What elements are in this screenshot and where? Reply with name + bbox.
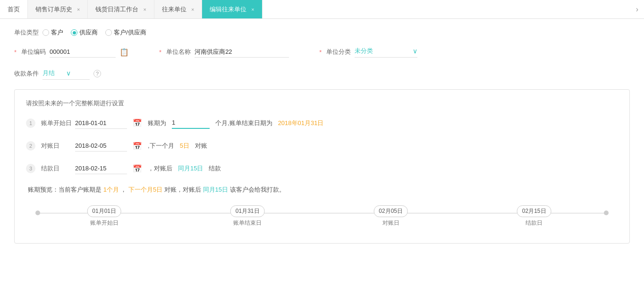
period-suffix: 个月,账单结束日期为 — [215, 119, 272, 127]
milestone-3: 02月05日 对账日 — [373, 205, 408, 227]
payment-terms-group: 收款条件 月结 ∨ ? — [14, 67, 101, 80]
milestone-1: 01月01日 账单开始日 — [87, 205, 121, 227]
timeline-dot-start — [35, 211, 40, 215]
unit-type-label: 单位类型 — [14, 28, 39, 37]
milestone-1-date: 01月01日 — [87, 205, 121, 217]
unit-type-group: 单位类型 客户 供应商 客户/供应商 — [14, 28, 146, 37]
milestone-3-label: 对账日 — [382, 219, 399, 227]
period-prefix: 账期为 — [148, 119, 166, 127]
unit-class-label: 单位分类 — [326, 48, 351, 56]
start-date-calendar-icon[interactable]: 📅 — [133, 118, 142, 127]
timeline-wrapper: 01月01日 账单开始日 01月31日 账单结束日 02月05日 对账日 02月… — [35, 205, 609, 234]
row-num-3: 3 — [26, 164, 35, 173]
unit-class-select[interactable]: 未分类 ∨ — [355, 47, 417, 58]
tab-more-button[interactable]: › — [630, 0, 644, 18]
payment-terms-select[interactable]: 月结 ∨ — [42, 67, 90, 80]
unit-code-input[interactable] — [50, 46, 116, 58]
tab-close-edit-partner[interactable]: × — [251, 7, 254, 12]
preview-period: 1个月 — [103, 186, 119, 193]
tab-bar: 首页 销售订单历史 × 钱货日清工作台 × 往来单位 × 编辑往来单位 × › — [0, 0, 644, 19]
radio-circle-customer — [42, 29, 49, 36]
milestone-2-label: 账单结束日 — [233, 219, 262, 227]
row-num-1: 1 — [26, 118, 35, 128]
unit-name-label: 单位名称 — [166, 48, 191, 56]
milestone-2-date: 01月31日 — [230, 205, 265, 217]
preview-text: 账期预览：当前客户账期是 1个月 ， 下一个月5日 对账，对账后 同月15日 该… — [26, 186, 618, 194]
unit-code-calendar-icon[interactable]: 📋 — [119, 48, 129, 57]
payment-prefix: ，对账后 — [148, 164, 172, 173]
radio-group: 客户 供应商 客户/供应商 — [42, 28, 146, 37]
payment-date-calendar-icon[interactable]: 📅 — [133, 164, 142, 173]
milestone-3-date: 02月05日 — [373, 205, 408, 217]
end-date-highlight: 2018年01月31日 — [278, 119, 324, 127]
settings-title: 请按照未来的一个完整帐期进行设置 — [26, 99, 618, 108]
reconcile-suffix: 对账 — [195, 142, 207, 150]
tab-partner[interactable]: 往来单位 × — [154, 0, 202, 18]
setting-row-3: 3 结款日 📅 ，对账后 同月15日 结款 — [26, 163, 618, 174]
row-label-3: 结款日 — [41, 164, 69, 173]
reconcile-date-calendar-icon[interactable]: 📅 — [133, 142, 142, 151]
unit-class-group: * 单位分类 未分类 ∨ — [319, 47, 417, 58]
reconcile-date-input[interactable] — [75, 140, 127, 152]
payment-terms-label: 收款条件 — [14, 69, 39, 78]
tab-home[interactable]: 首页 — [0, 0, 28, 18]
milestone-2: 01月31日 账单结束日 — [230, 205, 265, 227]
unit-class-value: 未分类 — [355, 47, 373, 55]
row-num-2: 2 — [26, 141, 35, 151]
unit-name-input[interactable] — [195, 46, 289, 58]
milestone-4-label: 结款日 — [525, 219, 542, 227]
row-label-2: 对账日 — [41, 142, 69, 150]
payment-terms-dropdown-icon: ∨ — [66, 69, 71, 77]
tab-close-cash-work[interactable]: × — [143, 7, 146, 12]
required-star-name: * — [159, 49, 161, 56]
radio-customer[interactable]: 客户 — [42, 28, 63, 37]
tab-edit-partner[interactable]: 编辑往来单位 × — [202, 0, 262, 18]
row-label-1: 账单开始日 — [41, 119, 69, 127]
preview-payment-date: 同月15日 — [203, 186, 228, 193]
unit-info-row: * 单位编码 📋 * 单位名称 * 单位分类 未分类 ∨ — [14, 46, 630, 58]
milestone-4: 02月15日 结款日 — [517, 205, 551, 227]
unit-type-row: 单位类型 客户 供应商 客户/供应商 — [14, 28, 630, 37]
radio-both[interactable]: 客户/供应商 — [105, 28, 146, 37]
payment-suffix: 结款 — [209, 164, 221, 173]
tab-close-sales-history[interactable]: × — [77, 7, 80, 12]
required-star-class: * — [319, 49, 322, 56]
required-star-code: * — [14, 49, 17, 56]
timeline-section: 01月01日 账单开始日 01月31日 账单结束日 02月05日 对账日 02月… — [26, 205, 618, 234]
payment-terms-row: 收款条件 月结 ∨ ? — [14, 67, 630, 80]
setting-row-1: 1 账单开始日 📅 账期为 个月,账单结束日期为 2018年01月31日 — [26, 117, 618, 129]
settings-box: 请按照未来的一个完整帐期进行设置 1 账单开始日 📅 账期为 个月,账单结束日期… — [14, 89, 630, 244]
radio-circle-supplier — [71, 29, 77, 36]
period-input[interactable] — [172, 117, 210, 129]
milestone-1-label: 账单开始日 — [90, 219, 119, 227]
reconcile-prefix: ,下一个月 — [148, 142, 174, 150]
reconcile-highlight: 5日 — [180, 142, 189, 150]
unit-code-group: * 单位编码 📋 — [14, 46, 129, 58]
radio-circle-both — [105, 29, 112, 36]
preview-reconcile-date: 下一个月5日 — [128, 186, 162, 193]
tab-cash-work[interactable]: 钱货日清工作台 × — [88, 0, 154, 18]
radio-supplier[interactable]: 供应商 — [71, 28, 98, 37]
unit-code-label: 单位编码 — [21, 48, 46, 56]
unit-class-dropdown-icon: ∨ — [413, 47, 417, 55]
main-content: 单位类型 客户 供应商 客户/供应商 * 单位编码 — [0, 19, 644, 287]
start-date-input[interactable] — [75, 118, 127, 129]
tab-sales-history[interactable]: 销售订单历史 × — [28, 0, 88, 18]
milestone-4-date: 02月15日 — [517, 205, 551, 217]
payment-date-input[interactable] — [75, 163, 127, 174]
setting-row-2: 2 对账日 📅 ,下一个月5日 对账 — [26, 140, 618, 152]
help-icon[interactable]: ? — [93, 70, 101, 77]
timeline-dot-end — [604, 211, 609, 215]
tab-close-partner[interactable]: × — [191, 7, 194, 12]
payment-highlight: 同月15日 — [178, 164, 203, 173]
payment-terms-value: 月结 — [42, 69, 55, 77]
unit-name-group: * 单位名称 — [159, 46, 289, 58]
